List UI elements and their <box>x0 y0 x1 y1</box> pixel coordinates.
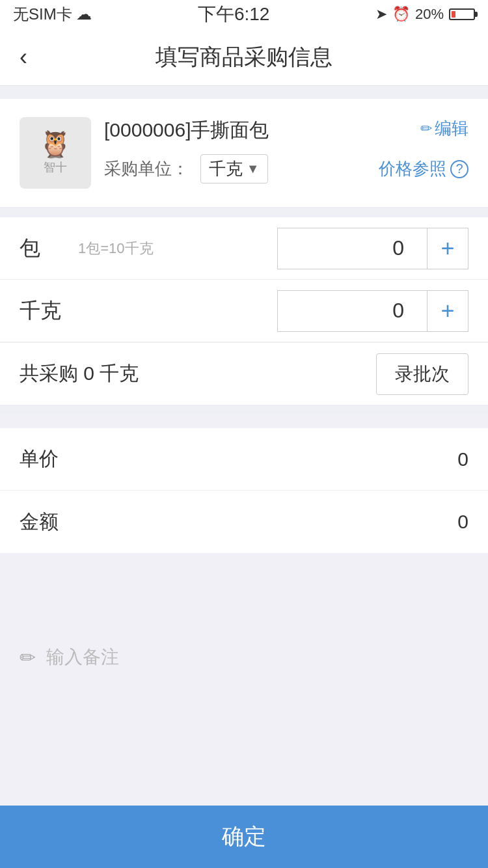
bao-quantity-input[interactable] <box>277 228 427 269</box>
unit-label: 采购单位： <box>104 159 189 178</box>
battery-icon <box>449 8 475 20</box>
unit-price-value: 0 <box>457 448 468 470</box>
top-divider <box>0 86 488 99</box>
remark-placeholder: 输入备注 <box>46 645 119 670</box>
product-unit-row: 采购单位： 千克 ▼ 价格参照 ? <box>104 154 468 183</box>
section-divider-2 <box>0 405 488 415</box>
bao-input-row: 包 1包=10千克 + <box>0 217 488 280</box>
kg-label: 千克 <box>20 297 72 325</box>
unit-price-label: 单价 <box>20 446 59 472</box>
unit-value: 千克 <box>209 157 243 180</box>
location-icon: ➤ <box>375 6 387 23</box>
confirm-button[interactable]: 确定 <box>0 806 488 868</box>
product-image-owl-icon: 🦉 <box>39 131 72 157</box>
chevron-down-icon: ▼ <box>247 161 260 176</box>
status-time: 下午6:12 <box>198 2 270 27</box>
info-icon: ? <box>450 160 468 178</box>
back-button[interactable]: ‹ <box>20 44 27 71</box>
kg-plus-button[interactable]: + <box>427 290 468 332</box>
edit-label: 编辑 <box>435 117 468 140</box>
amount-row: 金额 0 <box>0 491 488 553</box>
price-ref-label: 价格参照 <box>379 157 446 180</box>
unit-selector[interactable]: 千克 ▼ <box>200 154 268 183</box>
product-info: [0000006]手撕面包 ✏ 编辑 采购单位： 千克 ▼ 价格参照 ? <box>104 117 468 183</box>
total-purchase-text: 共采购 0 千克 <box>20 360 139 387</box>
edit-button[interactable]: ✏ 编辑 <box>420 117 468 140</box>
batch-record-button[interactable]: 录批次 <box>376 353 468 395</box>
bao-label: 包 <box>20 234 72 263</box>
section-divider-1 <box>0 207 488 217</box>
amount-label: 金额 <box>20 509 59 536</box>
unit-price-row: 单价 0 <box>0 428 488 491</box>
product-image: 🦉 智十 <box>20 117 91 189</box>
kg-input-row: 千克 + <box>0 280 488 342</box>
main-content: 🦉 智十 [0000006]手撕面包 ✏ 编辑 采购单位： 千克 ▼ <box>0 86 488 824</box>
alarm-icon: ⏰ <box>392 6 410 23</box>
summary-row: 共采购 0 千克 录批次 <box>0 342 488 405</box>
product-image-label: 智十 <box>44 159 67 175</box>
amount-value: 0 <box>457 511 468 533</box>
status-bar: 无SIM卡 ☁ 下午6:12 ➤ ⏰ 20% <box>0 0 488 29</box>
bao-input-group: + <box>277 228 468 269</box>
product-header: [0000006]手撕面包 ✏ 编辑 <box>104 117 468 144</box>
unit-selector-group: 采购单位： 千克 ▼ <box>104 154 268 183</box>
remark-section[interactable]: ✏ 输入备注 <box>0 553 488 761</box>
status-right: ➤ ⏰ 20% <box>375 6 475 23</box>
price-section: 单价 0 金额 0 <box>0 428 488 553</box>
page-title: 填写商品采购信息 <box>156 42 332 72</box>
nav-bar: ‹ 填写商品采购信息 <box>0 29 488 86</box>
pencil-icon: ✏ <box>20 646 36 669</box>
edit-icon: ✏ <box>420 120 432 137</box>
input-section: 包 1包=10千克 + 千克 + 共采购 0 千克 录批次 <box>0 217 488 405</box>
battery-percent: 20% <box>415 6 444 23</box>
sim-status: 无SIM卡 ☁ <box>13 4 92 25</box>
kg-quantity-input[interactable] <box>277 290 427 332</box>
kg-input-group: + <box>277 290 468 332</box>
price-reference-button[interactable]: 价格参照 ? <box>379 157 468 180</box>
product-name: [0000006]手撕面包 <box>104 117 269 144</box>
product-card: 🦉 智十 [0000006]手撕面包 ✏ 编辑 采购单位： 千克 ▼ <box>0 99 488 207</box>
status-left: 无SIM卡 ☁ <box>13 4 92 25</box>
bao-sublabel: 1包=10千克 <box>78 239 154 258</box>
bao-plus-button[interactable]: + <box>427 228 468 269</box>
